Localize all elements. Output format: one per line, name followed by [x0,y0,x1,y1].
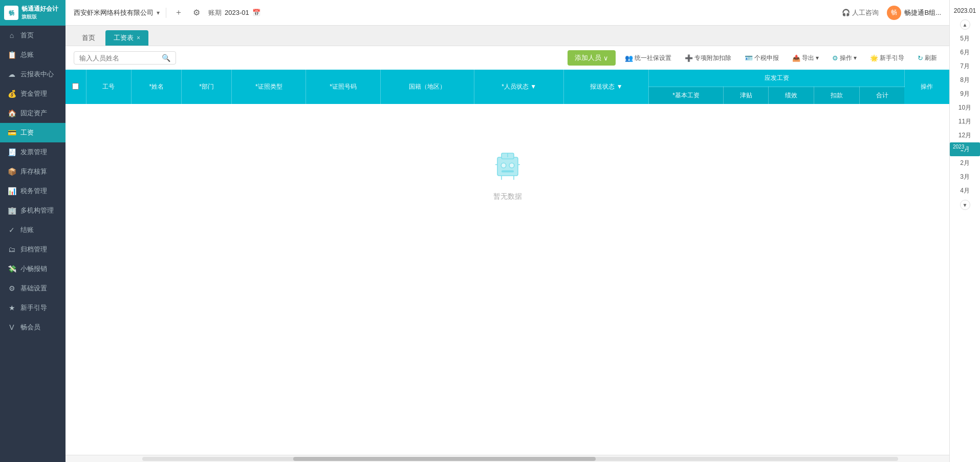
topbar: 西安虾米网络科技有限公司 ▾ ＋ ⚙ 账期 2023-01 📅 🎧 人工咨询 畅… [66,0,949,26]
export-arrow: ▾ [816,54,819,61]
search-box[interactable]: 🔍 [74,51,176,65]
refresh-icon: ↻ [918,54,923,62]
search-input[interactable] [79,54,159,62]
tab-salary[interactable]: 工资表 × [105,30,148,46]
export-button[interactable]: 📤 导出 ▾ [788,52,823,65]
tax-icon: 🪪 [745,54,753,62]
social-icon: 👥 [625,54,633,62]
select-all-checkbox[interactable] [72,83,79,90]
scrollbar-track [142,457,898,461]
sidebar-label-inventory: 库存核算 [20,167,47,176]
sidebar-item-ledger[interactable]: 📋 总账 [0,45,66,65]
sidebar-label-ledger: 总账 [20,50,34,59]
th-cert-no: *证照号码 [306,70,380,104]
month-item-10月[interactable]: 10月 [950,101,980,115]
guide-label: 新手引导 [880,54,904,62]
social-security-button[interactable]: 👥 统一社保设置 [621,52,676,65]
month-item-4月[interactable]: 4月 [950,184,980,198]
operate-label: 操作 [840,54,852,62]
sidebar-item-closing[interactable]: ✓ 结账 [0,220,66,240]
panel-scroll-down[interactable]: ▼ [960,200,970,210]
operate-button[interactable]: ⚙ 操作 ▾ [828,52,861,65]
sidebar-item-salary[interactable]: 💳 工资 [0,123,66,142]
newbie-guide-button[interactable]: 🌟 新手引导 [866,52,908,65]
inventory-icon: 📦 [7,167,16,176]
sidebar-item-settings[interactable]: ⚙ 基础设置 [0,279,66,298]
add-person-label: 添加人员 [575,53,601,62]
month-item-9月[interactable]: 9月 [950,87,980,101]
sidebar-item-archive[interactable]: 🗂 归档管理 [0,240,66,259]
sidebar-item-asset[interactable]: 🏠 固定资产 [0,103,66,123]
app-version: 旗舰版 [21,13,58,20]
month-item-5月[interactable]: 5月 [950,32,980,46]
month-item-11月[interactable]: 11月 [950,115,980,129]
sidebar-label-asset: 固定资产 [20,109,47,118]
main-area: 西安虾米网络科技有限公司 ▾ ＋ ⚙ 账期 2023-01 📅 🎧 人工咨询 畅… [66,0,949,462]
tab-home[interactable]: 首页 [74,30,103,46]
special-deduct-button[interactable]: ➕ 专项附加扣除 [681,52,735,65]
scrollbar-thumb[interactable] [293,457,596,461]
sidebar-item-report[interactable]: ☁ 云报表中心 [0,65,66,84]
export-label: 导出 [802,54,814,62]
sidebar-item-invoice[interactable]: 🧾 发票管理 [0,142,66,162]
fund-icon: 💰 [7,90,16,98]
th-country: 国籍（地区） [380,70,474,104]
month-item-3月[interactable]: 3月 [950,170,980,184]
month-item-2月[interactable]: 2月 [950,156,980,170]
sidebar-label-member: 畅会员 [20,323,40,332]
avatar: 畅 [887,6,901,20]
sidebar-label-salary: 工资 [20,128,34,137]
add-person-button[interactable]: 添加人员 ∨ [568,50,616,66]
settings-icon: ⚙ [7,284,16,292]
svg-rect-0 [497,157,518,176]
sidebar-item-member[interactable]: V 畅会员 [0,318,66,337]
refresh-button[interactable]: ↻ 刷新 [913,52,941,65]
panel-scroll-up[interactable]: ▲ [960,19,970,30]
tax-report-button[interactable]: 🪪 个税申报 [741,52,783,65]
table-wrapper: 工号 *姓名 *部门 *证照类型 *证照号码 国籍（地区） *人员状态 ▼ 报送… [66,70,949,455]
tab-salary-close[interactable]: × [137,34,140,41]
social-label: 统一社保设置 [635,54,671,62]
sidebar-item-tax[interactable]: 📊 税务管理 [0,181,66,201]
horizontal-scrollbar[interactable] [66,455,949,462]
sidebar-item-home[interactable]: ⌂ 首页 [0,26,66,45]
add-company-button[interactable]: ＋ [172,5,185,20]
calendar-icon[interactable]: 📅 [252,9,260,16]
table-header-row1: 工号 *姓名 *部门 *证照类型 *证照号码 国籍（地区） *人员状态 ▼ 报送… [66,70,949,87]
company-selector[interactable]: 西安虾米网络科技有限公司 ▾ [74,8,160,17]
svg-point-3 [501,163,506,168]
logo-icon: 畅 [4,6,18,20]
sidebar-item-fund[interactable]: 💰 资金管理 [0,84,66,103]
month-item-12月[interactable]: 12月 [950,129,980,142]
ledger-icon: 📋 [7,51,16,59]
th-total: 合计 [859,87,904,104]
sidebar-item-expense[interactable]: 💸 小畅报销 [0,259,66,279]
month-item-6月[interactable]: 6月 [950,46,980,59]
period-label: 账期 [208,8,222,17]
guide-icon: ★ [7,304,16,312]
month-item-1月[interactable]: 20231月 [950,142,980,156]
user-menu[interactable]: 畅 畅捷通B组... [887,6,941,20]
th-num: 工号 [86,70,132,104]
sidebar-item-multi[interactable]: 🏢 多机构管理 [0,201,66,220]
service-button[interactable]: 🎧 人工咨询 [842,8,879,17]
tabbar: 首页 工资表 × [66,26,949,46]
sidebar-label-archive: 归档管理 [20,245,47,254]
refresh-label: 刷新 [925,54,937,62]
month-item-8月[interactable]: 8月 [950,73,980,87]
sidebar-label-tax: 税务管理 [20,186,47,196]
empty-text: 暂无数据 [493,192,522,201]
sidebar-item-guide[interactable]: ★ 新手引导 [0,298,66,318]
month-item-7月[interactable]: 7月 [950,59,980,73]
tax-label: 个税申报 [754,54,779,62]
salary-icon: 💳 [7,129,16,137]
sidebar-item-inventory[interactable]: 📦 库存核算 [0,162,66,181]
empty-cell: 暂无数据 [66,104,949,242]
closing-icon: ✓ [7,226,16,234]
th-performance: 绩效 [769,87,814,104]
th-person-status: *人员状态 ▼ [474,70,564,104]
deduct-label: 专项附加扣除 [694,54,731,62]
user-label: 畅捷通B组... [904,8,941,17]
th-checkbox[interactable] [66,70,86,104]
settings-button[interactable]: ⚙ [191,6,202,19]
